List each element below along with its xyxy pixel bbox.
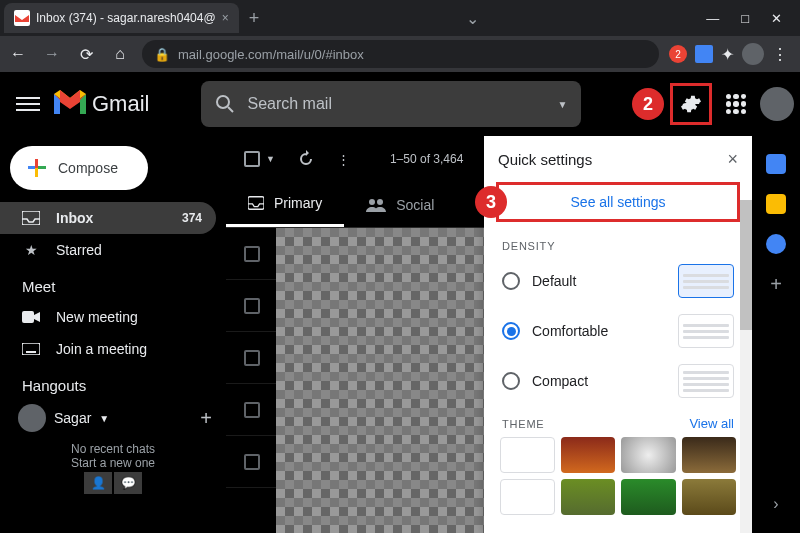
theme-view-all-link[interactable]: View all xyxy=(689,416,734,431)
no-chats-text: No recent chats xyxy=(0,442,226,456)
addons-icon[interactable]: + xyxy=(766,274,786,294)
home-icon[interactable]: ⌂ xyxy=(108,45,132,63)
row-checkbox[interactable] xyxy=(244,298,260,314)
account-avatar[interactable] xyxy=(760,87,794,121)
row-checkbox[interactable] xyxy=(244,402,260,418)
row-checkbox[interactable] xyxy=(244,350,260,366)
density-option-comfortable[interactable]: Comfortable xyxy=(484,306,752,356)
meet-section-title: Meet xyxy=(0,266,226,301)
reload-icon[interactable]: ⟳ xyxy=(74,45,98,64)
search-bar[interactable]: Search mail ▼ xyxy=(201,81,581,127)
search-placeholder: Search mail xyxy=(247,95,331,113)
apps-grid-icon[interactable] xyxy=(726,94,746,114)
translate-extension-icon[interactable] xyxy=(695,45,713,63)
theme-swatch[interactable] xyxy=(561,437,616,473)
extensions-icon[interactable]: ✦ xyxy=(721,45,734,64)
calendar-app-icon[interactable] xyxy=(766,154,786,174)
radio-icon[interactable] xyxy=(502,272,520,290)
tab-primary[interactable]: Primary xyxy=(226,182,344,227)
mail-row[interactable] xyxy=(226,436,276,488)
collapse-side-panel-icon[interactable]: › xyxy=(773,495,778,513)
tasks-app-icon[interactable] xyxy=(766,234,786,254)
hangouts-user-row[interactable]: Sagar ▼ + xyxy=(0,400,226,436)
back-icon[interactable]: ← xyxy=(6,45,30,63)
radio-icon[interactable] xyxy=(502,372,520,390)
settings-button[interactable] xyxy=(670,83,712,125)
close-icon[interactable]: ✕ xyxy=(771,11,782,26)
hangouts-section-title: Hangouts xyxy=(0,365,226,400)
density-label: Compact xyxy=(532,373,588,389)
theme-swatch[interactable] xyxy=(682,479,737,515)
sidebar-item-label: Join a meeting xyxy=(56,341,147,357)
svg-line-1 xyxy=(228,107,233,112)
search-options-icon[interactable]: ▼ xyxy=(558,99,568,110)
redacted-content xyxy=(276,228,484,533)
panel-scrollbar[interactable] xyxy=(740,200,752,533)
mail-row[interactable] xyxy=(226,384,276,436)
mail-row[interactable] xyxy=(226,280,276,332)
theme-swatch[interactable] xyxy=(500,437,555,473)
address-bar[interactable]: 🔒 mail.google.com/mail/u/0/#inbox xyxy=(142,40,659,68)
theme-swatch[interactable] xyxy=(561,479,616,515)
chevron-down-icon[interactable]: ▼ xyxy=(99,413,109,424)
quick-settings-title: Quick settings xyxy=(498,151,592,168)
lock-icon: 🔒 xyxy=(154,47,170,62)
tab-label: Social xyxy=(396,197,434,213)
new-tab-button[interactable]: + xyxy=(239,8,270,29)
search-icon xyxy=(215,94,235,114)
gmail-favicon xyxy=(14,10,30,26)
browser-profile-avatar[interactable] xyxy=(742,43,764,65)
tab-label: Primary xyxy=(274,195,322,211)
gear-icon xyxy=(680,93,702,115)
theme-label: THEME xyxy=(502,418,545,430)
extension-badge[interactable]: 2 xyxy=(669,45,687,63)
close-panel-icon[interactable]: × xyxy=(727,149,738,170)
keyboard-icon xyxy=(22,343,40,355)
scrollbar-thumb[interactable] xyxy=(740,200,752,330)
refresh-icon[interactable] xyxy=(297,150,315,168)
sidebar-item-label: Starred xyxy=(56,242,102,258)
density-preview xyxy=(678,264,734,298)
sidebar-item-label: New meeting xyxy=(56,309,138,325)
sidebar-item-starred[interactable]: ★ Starred xyxy=(0,234,216,266)
inbox-count: 374 xyxy=(182,211,202,225)
compose-button[interactable]: Compose xyxy=(10,146,148,190)
inbox-tab-icon xyxy=(248,196,264,210)
select-all-checkbox[interactable] xyxy=(244,151,260,167)
theme-swatch[interactable] xyxy=(621,437,676,473)
category-tabs: Primary Social xyxy=(226,182,484,228)
row-checkbox[interactable] xyxy=(244,246,260,262)
density-option-compact[interactable]: Compact xyxy=(484,356,752,406)
density-option-default[interactable]: Default xyxy=(484,256,752,306)
see-all-settings-button[interactable]: 3 See all settings xyxy=(496,182,740,222)
main-menu-icon[interactable] xyxy=(16,92,40,116)
sidebar-item-inbox[interactable]: Inbox 374 xyxy=(0,202,216,234)
tab-social[interactable]: Social xyxy=(344,182,456,227)
theme-swatch[interactable] xyxy=(621,479,676,515)
theme-swatch[interactable] xyxy=(682,437,737,473)
keep-app-icon[interactable] xyxy=(766,194,786,214)
browser-tab[interactable]: Inbox (374) - sagar.naresh0404@ × xyxy=(4,3,239,33)
tab-dropdown-icon[interactable]: ⌄ xyxy=(466,9,479,28)
browser-menu-icon[interactable]: ⋮ xyxy=(772,45,788,64)
chat-tab-icon[interactable]: 💬 xyxy=(114,472,142,494)
radio-icon[interactable] xyxy=(502,322,520,340)
gmail-logo[interactable]: Gmail xyxy=(52,90,149,118)
sidebar-item-join-meeting[interactable]: Join a meeting xyxy=(0,333,216,365)
mail-row[interactable] xyxy=(226,332,276,384)
contacts-tab-icon[interactable]: 👤 xyxy=(84,472,112,494)
density-preview xyxy=(678,314,734,348)
theme-swatch[interactable] xyxy=(500,479,555,515)
maximize-icon[interactable]: □ xyxy=(741,11,749,26)
tab-close-icon[interactable]: × xyxy=(222,11,229,25)
minimize-icon[interactable]: — xyxy=(706,11,719,26)
row-checkbox[interactable] xyxy=(244,454,260,470)
svg-point-0 xyxy=(217,96,229,108)
plus-icon xyxy=(28,159,46,177)
more-icon[interactable]: ⋮ xyxy=(337,152,350,167)
select-dropdown-icon[interactable]: ▼ xyxy=(266,154,275,164)
add-chat-icon[interactable]: + xyxy=(200,407,212,430)
start-new-text[interactable]: Start a new one xyxy=(0,456,226,470)
mail-row[interactable] xyxy=(226,228,276,280)
sidebar-item-new-meeting[interactable]: New meeting xyxy=(0,301,216,333)
